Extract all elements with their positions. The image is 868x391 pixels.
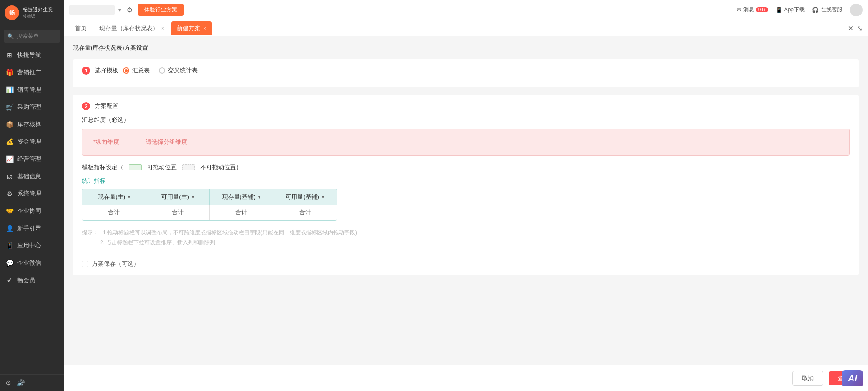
sound-footer-icon[interactable]: 🔊	[17, 379, 25, 386]
sidebar-item-newcomer[interactable]: 👤 新手引导	[0, 220, 64, 237]
step1-badge: 1	[82, 67, 90, 75]
template-radio-group: 汇总表 交叉统计表	[123, 67, 198, 75]
dimension-dash: ——	[127, 139, 138, 146]
quick-nav-icon: ⊞	[5, 51, 14, 59]
logo-text-block: 畅捷通好生意 标准版	[23, 6, 53, 19]
stats-col-2-label: 可用量(主)	[161, 193, 189, 201]
topbar-gear-icon[interactable]: ⚙	[127, 6, 133, 14]
sidebar-item-sales[interactable]: 📊 销售管理	[0, 81, 64, 98]
page-title: 现存量(库存状况表)方案设置	[73, 44, 859, 52]
sidebar-item-label: 采购管理	[17, 103, 41, 111]
ai-badge[interactable]: Ai	[842, 370, 863, 386]
sidebar-item-member[interactable]: ✔ 畅会员	[0, 272, 64, 289]
stats-col-1-chevron-icon[interactable]: ▾	[128, 195, 130, 200]
sidebar-item-label: 销售管理	[17, 86, 41, 94]
step2-badge: 2	[82, 102, 90, 110]
sidebar-item-app-center[interactable]: 📱 应用中心	[0, 237, 64, 254]
radio-summary[interactable]: 汇总表	[123, 67, 150, 75]
stats-col-1[interactable]: 现存量(主) ▾	[82, 189, 146, 205]
stats-col-2-chevron-icon[interactable]: ▾	[192, 195, 194, 200]
online-service-button[interactable]: 🎧 在线客服	[812, 6, 842, 14]
user-avatar[interactable]	[850, 4, 863, 16]
sidebar-item-operations[interactable]: 📈 经营管理	[0, 150, 64, 168]
stats-col-4-chevron-icon[interactable]: ▾	[322, 195, 324, 200]
draggable-indicator-badge	[129, 164, 142, 170]
stats-section-label: 统计指标	[82, 177, 850, 185]
app-download-button[interactable]: 📱 App下载	[776, 6, 805, 14]
sidebar-item-marketing[interactable]: 🎁 营销推广	[0, 64, 64, 81]
tab-new-plan-close-icon[interactable]: ×	[203, 26, 206, 31]
stats-col-1-label: 现存量(主)	[98, 193, 126, 201]
sidebar-item-cooperation[interactable]: 🤝 企业协同	[0, 202, 64, 220]
stats-col-4-label: 可用量(基辅)	[286, 193, 319, 201]
sidebar-item-finance[interactable]: 💰 资金管理	[0, 133, 64, 150]
stats-col-2[interactable]: 可用量(主) ▾	[146, 189, 210, 205]
weixin-icon: 💬	[5, 259, 14, 267]
sidebar-nav: ⊞ 快捷导航 🎁 营销推广 📊 销售管理 🛒 采购管理 📦 库存核算 💰 资金管…	[0, 46, 64, 374]
stats-cell-4: 合计	[273, 205, 337, 220]
window-controls: ✕ ⤡	[848, 25, 863, 32]
messages-badge: 99+	[756, 7, 768, 12]
trial-industry-button[interactable]: 体验行业方案	[138, 4, 184, 16]
bottom-bar: 取消 查询	[64, 365, 868, 391]
cancel-button[interactable]: 取消	[792, 371, 823, 386]
sidebar-item-quick-nav[interactable]: ⊞ 快捷导航	[0, 46, 64, 64]
tab-home[interactable]: 首页	[69, 21, 92, 35]
stats-table-header: 现存量(主) ▾ 可用量(主) ▾ 现存量(基辅) ▾	[82, 189, 337, 205]
sidebar-item-label: 库存核算	[17, 120, 41, 129]
app-logo-icon: 畅	[5, 5, 19, 20]
step2-title: 方案配置	[95, 102, 118, 110]
system-icon: ⚙	[5, 190, 14, 198]
sidebar-footer: ⚙ 🔊	[0, 374, 64, 391]
save-option: 方案保存（可选）	[82, 252, 850, 268]
save-checkbox[interactable]	[82, 261, 88, 267]
non-draggable-indicator-badge	[182, 164, 195, 170]
headphone-icon: 🎧	[812, 7, 819, 13]
dimension-area[interactable]: *纵向维度 —— 请选择分组维度	[82, 129, 850, 156]
tab-new-plan[interactable]: 新建方案 ×	[171, 21, 211, 35]
expand-window-icon[interactable]: ⤡	[857, 25, 863, 32]
topbar: ▾ ⚙ 体验行业方案 ✉ 消息 99+ 📱 App下载 🎧 在线客服	[64, 0, 868, 20]
sidebar-item-system[interactable]: ⚙ 系统管理	[0, 185, 64, 202]
settings-footer-icon[interactable]: ⚙	[5, 379, 11, 386]
sidebar-item-label: 企业微信	[17, 259, 41, 267]
topbar-chevron-icon[interactable]: ▾	[118, 7, 121, 13]
stats-col-3-label: 现存量(基辅)	[222, 193, 256, 201]
radio-summary-label: 汇总表	[132, 67, 150, 75]
radio-cross[interactable]: 交叉统计表	[159, 67, 198, 75]
sidebar: 畅 畅捷通好生意 标准版 🔍 搜索菜单 ⊞ 快捷导航 🎁 营销推广 📊 销售管理…	[0, 0, 64, 391]
search-icon: 🔍	[7, 33, 14, 40]
sidebar-item-label: 企业协同	[17, 207, 41, 215]
messages-button[interactable]: ✉ 消息 99+	[737, 6, 768, 14]
operations-icon: 📈	[5, 155, 14, 163]
sidebar-item-purchase[interactable]: 🛒 采购管理	[0, 98, 64, 116]
tab-inventory-status[interactable]: 现存量（库存状况表） ×	[94, 21, 169, 35]
app-download-icon: 📱	[776, 7, 782, 13]
page-body: 现存量(库存状况表)方案设置 1 选择模板 汇总表 交叉统计表	[64, 36, 868, 365]
sidebar-item-weixin[interactable]: 💬 企业微信	[0, 254, 64, 272]
tab-new-plan-label: 新建方案	[177, 24, 200, 32]
app-center-icon: 📱	[5, 242, 14, 250]
radio-summary-circle	[123, 67, 129, 74]
stats-col-3-chevron-icon[interactable]: ▾	[258, 195, 260, 200]
stats-col-4[interactable]: 可用量(基辅) ▾	[273, 189, 337, 205]
stats-cell-2: 合计	[146, 205, 210, 220]
sidebar-search[interactable]: 🔍 搜索菜单	[4, 30, 60, 43]
radio-cross-label: 交叉统计表	[168, 67, 198, 75]
indicator-draggable-label: 可拖动位置	[147, 163, 177, 171]
close-window-icon[interactable]: ✕	[848, 25, 853, 32]
message-icon: ✉	[737, 7, 741, 13]
sidebar-logo: 畅 畅捷通好生意 标准版	[0, 0, 64, 26]
stats-cell-3: 合计	[210, 205, 274, 220]
newcomer-icon: 👤	[5, 224, 14, 232]
topbar-search-input[interactable]	[69, 5, 115, 15]
tab-inventory-close-icon[interactable]: ×	[161, 26, 164, 31]
sidebar-item-inventory[interactable]: 📦 库存核算	[0, 116, 64, 133]
sidebar-item-label: 经营管理	[17, 155, 41, 163]
step1-section: 1 选择模板 汇总表 交叉统计表	[73, 59, 859, 87]
sidebar-item-label: 畅会员	[17, 276, 35, 284]
stats-col-3[interactable]: 现存量(基辅) ▾	[210, 189, 274, 205]
sidebar-item-basic-info[interactable]: 🗂 基础信息	[0, 168, 64, 185]
dimension-placeholder: 请选择分组维度	[146, 138, 187, 146]
save-option-label: 方案保存（可选）	[92, 260, 139, 268]
